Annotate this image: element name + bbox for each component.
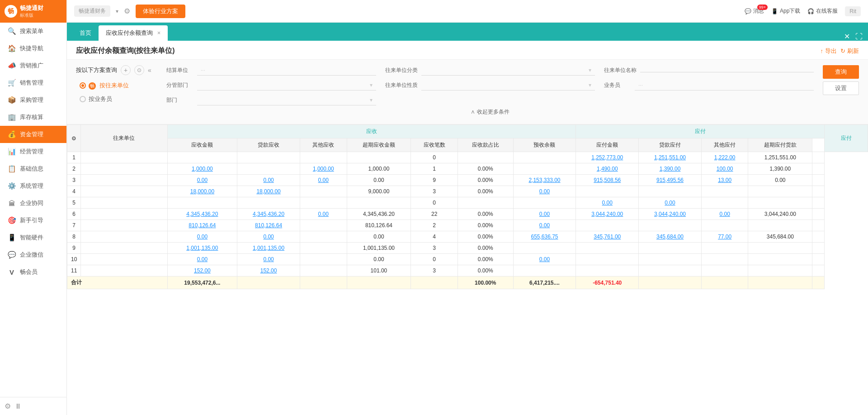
sidebar-item-search[interactable]: 🔍 搜索菜单: [0, 23, 66, 40]
table-row: 30.000.000.000.0090.00%2,153,333.00915,5…: [67, 175, 868, 186]
col-payable-group: 应付: [576, 125, 825, 138]
collapse-more-button[interactable]: ∧ 收起更多条件: [166, 105, 814, 119]
sidebar-item-marketing[interactable]: 📣 营销推广: [0, 57, 66, 74]
partner-nature-label: 往来单位性质: [385, 81, 418, 89]
sidebar-item-inventory[interactable]: 🏢 库存核算: [0, 109, 66, 126]
sidebar-item-purchase[interactable]: 📦 采购管理: [0, 91, 66, 109]
col-receivable-amount: 应收金额: [167, 138, 237, 152]
app-download-button[interactable]: 📱 App下载: [771, 7, 800, 15]
col-other-payable: 其他应付: [701, 138, 748, 152]
tab-receivable-query[interactable]: 应收应付余额查询 ×: [99, 25, 168, 41]
page-title: 应收应付余额查询(按往来单位): [76, 46, 175, 56]
inventory-icon: 🏢: [7, 113, 16, 121]
sidebar-item-basic-info[interactable]: 📋 基础信息: [0, 160, 66, 177]
solution-button[interactable]: 体验行业方案: [136, 5, 185, 18]
col-loan-payable: 贷款应付: [639, 138, 702, 152]
filter-option-salesperson[interactable]: 按业务员: [76, 93, 157, 105]
sidebar-settings-btn[interactable]: ⚙: [5, 402, 11, 410]
topbar-brand: 畅捷通财务: [74, 5, 110, 17]
message-button[interactable]: 💬 消息 99+: [745, 7, 764, 15]
page-action-buttons: ↑ 导出 ↻ 刷新: [821, 47, 859, 55]
query-button[interactable]: 查询: [823, 65, 859, 79]
sidebar-item-sales[interactable]: 🛒 销售管理: [0, 74, 66, 91]
topbar-right: 💬 消息 99+ 📱 App下载 🎧 在线客服 Rit: [745, 6, 861, 16]
sales-icon: 🛒: [7, 79, 16, 87]
topbar-chevron-icon[interactable]: ▾: [116, 8, 118, 14]
filter-options: 畅 按往来单位 按业务员: [76, 80, 157, 105]
sidebar-logo: 畅 畅捷通财 标准版: [0, 0, 66, 23]
set-button[interactable]: 设置: [823, 81, 859, 95]
filter-schema-button[interactable]: ⊙: [134, 65, 144, 75]
table-row: 64,345,436.204,345,436.200.004,345,436.2…: [67, 209, 868, 220]
marketing-icon: 📣: [7, 62, 16, 70]
sidebar-item-operations[interactable]: 📊 经营管理: [0, 143, 66, 160]
topbar-gear-icon[interactable]: ⚙: [124, 7, 130, 15]
dept-manager-label: 分管部门: [166, 81, 193, 89]
sidebar-item-guide[interactable]: 🎯 新手引导: [0, 212, 66, 229]
col-receivable-ratio: 应收款占比: [458, 138, 513, 152]
sidebar-item-system[interactable]: ⚙️ 系统管理: [0, 177, 66, 195]
sidebar-item-quicknav[interactable]: 🏠 快捷导航: [0, 40, 66, 57]
guide-icon: 🎯: [7, 216, 16, 224]
dept-manager-input[interactable]: ▾: [197, 80, 376, 91]
sidebar-item-enterprise[interactable]: 🏛 企业协同: [0, 195, 66, 212]
filter-option-partner[interactable]: 畅 按往来单位: [76, 80, 157, 91]
window-controls: ✕ ⛶: [844, 32, 863, 41]
table-row: 500.000.00: [67, 197, 868, 209]
app-icon: 📱: [771, 8, 778, 14]
search-icon: 🔍: [7, 27, 16, 35]
main-area: 畅捷通财务 ▾ ⚙ 体验行业方案 💬 消息 99+ 📱 App下载 🎧 在线客服…: [67, 0, 868, 415]
filter-add-button[interactable]: +: [121, 65, 131, 75]
sidebar-menu: 🔍 搜索菜单 🏠 快捷导航 📣 营销推广 🛒 销售管理 📦 采购管理 🏢 库存核…: [0, 23, 66, 397]
purchase-icon: 📦: [7, 96, 16, 104]
col-loan-receivable: 贷款应收: [237, 138, 300, 152]
online-service-button[interactable]: 🎧 在线客服: [807, 7, 838, 15]
refresh-icon: ↻: [840, 48, 845, 54]
sidebar-item-hardware[interactable]: 📱 智能硬件: [0, 229, 66, 246]
col-payable-amount: 应付金额: [576, 138, 639, 152]
summary-advance-balance: 6,417,215....: [513, 277, 576, 289]
partner-name-label: 往来单位名称: [604, 67, 637, 74]
collapse-icon: ∧: [471, 109, 475, 115]
filter-partner-nature: 往来单位性质 ▾: [385, 80, 595, 91]
tab-close-icon[interactable]: ×: [157, 29, 161, 36]
radio-salesperson[interactable]: [80, 96, 86, 102]
page-header: 应收应付余额查询(按往来单位) ↑ 导出 ↻ 刷新: [67, 41, 868, 60]
refresh-button[interactable]: ↻ 刷新: [840, 47, 859, 55]
message-badge: 99+: [757, 5, 768, 10]
filter-dept-manager: 分管部门 ▾: [166, 80, 376, 91]
filter-option-partner-label: 畅 按往来单位: [89, 81, 129, 90]
sidebar-item-wechat[interactable]: 💬 企业微信: [0, 246, 66, 263]
settlement-unit-input[interactable]: ···: [197, 65, 376, 76]
filter-fields: 结算单位 ··· 往来单位分类 ▾: [166, 65, 814, 119]
table-area: ⚙ 往来单位 应收 应付 应付 应收金额 贷款应收 其他应收 超期应收金额 应收…: [67, 124, 868, 415]
col-receivable-group: 应收: [167, 125, 576, 138]
department-input[interactable]: ▾: [197, 95, 376, 105]
filter-main-row: 按以下方案查询 + ⊙ « 畅 按往来单位: [76, 65, 859, 119]
settlement-unit-label: 结算单位: [166, 67, 193, 74]
col-overdue-payable: 超期应付货款: [748, 138, 812, 152]
salesperson-input[interactable]: ···: [635, 80, 814, 91]
summary-receivable-amount: 19,553,472,6...: [167, 277, 237, 289]
filter-buttons: 查询 设置: [823, 65, 859, 95]
partner-name-input[interactable]: [640, 68, 814, 72]
logo-icon: 畅: [5, 5, 17, 18]
filter-collapse-icon[interactable]: «: [148, 67, 151, 74]
summary-row: 合计 19,553,472,6... 100.00% 6,417,215....…: [67, 277, 868, 289]
partner-category-input[interactable]: ▾: [421, 65, 595, 76]
sidebar-collapse-btn[interactable]: ⏸: [14, 402, 22, 410]
partner-nature-input[interactable]: ▾: [421, 80, 595, 91]
user-menu[interactable]: Rit: [845, 6, 861, 16]
window-maximize-icon[interactable]: ⛶: [855, 33, 863, 41]
export-button[interactable]: ↑ 导出: [821, 47, 837, 55]
sidebar-item-member[interactable]: V 畅会员: [0, 263, 66, 281]
sidebar-item-finance[interactable]: 💰 资金管理: [0, 126, 66, 143]
radio-partner[interactable]: [80, 82, 86, 89]
tab-home[interactable]: 首页: [72, 25, 99, 41]
col-receivable-count: 应收笔数: [411, 138, 458, 152]
window-close-icon[interactable]: ✕: [844, 32, 850, 41]
filter-label: 按以下方案查询: [76, 66, 117, 74]
table-settings-col[interactable]: ⚙: [67, 125, 81, 152]
col-other-receivable: 其他应收: [300, 138, 347, 152]
table-row: 101,252,773.001,251,551.001,222.001,251,…: [67, 152, 868, 163]
